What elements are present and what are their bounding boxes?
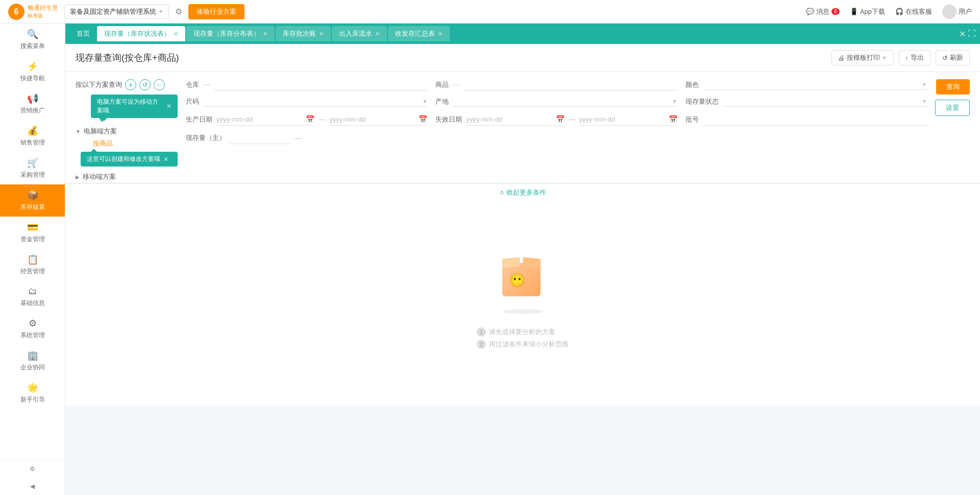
mobile-scheme-header[interactable]: ▶ 移动端方案 [76, 171, 178, 183]
settings-bottom-icon: ⚙ [30, 465, 35, 473]
main-area: 🔍 搜索菜单 ⚡ 快捷导航 📢 营销推广 💰 销售管理 🛒 采购管理 📦 [0, 23, 980, 495]
print-btn[interactable]: 🖨 按模板打印 ▼ [831, 50, 894, 65]
filter-add-btn[interactable]: + [125, 79, 136, 90]
sidebar-item-enterprise[interactable]: 🏢 企业协同 [0, 345, 65, 377]
sidebar-item-finance[interactable]: 💳 资金管理 [0, 217, 65, 249]
sidebar-item-system[interactable]: ⚙ 系统管理 [0, 313, 65, 345]
size-select[interactable]: ▼ [203, 97, 427, 107]
page-title: 现存量查询(按仓库+商品) [76, 52, 179, 64]
empty-step-2: 2 用过滤条件来缩小分析范围 [477, 340, 569, 349]
desktop-scheme: ▼ 电脑端方案 按商品 [76, 125, 178, 150]
sidebar-settings-btn[interactable]: ⚙ [0, 460, 65, 478]
filter-header: 按以下方案查询 + ↺ ← [76, 79, 178, 90]
tab-close-all-btn[interactable]: ✕ [959, 29, 966, 39]
tab-home[interactable]: 首页 [69, 26, 97, 41]
goods-input-area[interactable] [464, 79, 677, 90]
tab-stock-status-close[interactable]: ✕ [174, 31, 178, 37]
expire-date-label: 失效日期 [435, 115, 462, 124]
filter-row-3: 生产日期 yyyy-mm-dd 📅 — yyyy-mm-dd 📅 [186, 113, 927, 126]
tab-in-out-flow[interactable]: 出入库流水 ✕ [332, 26, 387, 41]
tab-in-out-flow-close[interactable]: ✕ [375, 31, 380, 37]
chevron-down-icon: ▼ [158, 9, 163, 14]
color-label: 颜色 [685, 80, 699, 89]
app-download-item[interactable]: 📱 App下载 [850, 7, 885, 16]
page-content: 现存量查询(按仓库+商品) 🖨 按模板打印 ▼ ↑ 导出 ↺ [65, 44, 980, 495]
size-label: 尺码 [186, 97, 199, 106]
tab-fullscreen-btn[interactable]: ⛶ [968, 29, 976, 39]
sales-icon: 💰 [27, 125, 38, 136]
sidebar-item-inventory[interactable]: 📦 库存核算 [0, 184, 65, 217]
popover2-close[interactable]: ✕ [163, 156, 168, 163]
filter-prod-date: 生产日期 yyyy-mm-dd 📅 — yyyy-mm-dd 📅 [186, 113, 427, 126]
tab-receive-summary[interactable]: 收发存汇总表 ✕ [388, 26, 450, 41]
online-service-item[interactable]: 🎧 在线客服 [895, 7, 932, 16]
export-btn[interactable]: ↑ 导出 [899, 50, 931, 65]
sidebar-item-quick-nav[interactable]: ⚡ 快捷导航 [0, 56, 65, 88]
step-1-num: 1 [477, 327, 486, 337]
expire-date-calendar-icon[interactable]: 📅 [556, 115, 565, 123]
search-actions: 查询 设置 [935, 79, 970, 183]
search-button[interactable]: 查询 [936, 79, 970, 95]
settings-icon[interactable]: ⚙ [175, 7, 182, 16]
export-icon: ↑ [905, 54, 909, 62]
tab-stock-dist-close[interactable]: ✕ [263, 31, 267, 37]
popover2: 这里可以创建和修改方案哦 ✕ [81, 152, 178, 167]
sidebar-item-marketing[interactable]: 📢 营销推广 [0, 88, 65, 120]
filter-refresh-btn[interactable]: ↺ [139, 79, 151, 90]
sidebar-item-purchase[interactable]: 🛒 采购管理 [0, 152, 65, 184]
collapse-bar[interactable]: ∧ 收起更多条件 [65, 183, 980, 201]
filter-fields: 仓库 ··· 商品 ··· 颜色 [186, 79, 927, 183]
sidebar-item-guide[interactable]: 🌟 新手引导 [0, 377, 65, 409]
tab-receive-summary-close[interactable]: ✕ [438, 31, 443, 37]
refresh-btn[interactable]: ↺ 刷新 [936, 50, 970, 65]
tab-stock-dist[interactable]: 现存量（库存分布表） ✕ [186, 26, 275, 41]
prod-date-end[interactable]: yyyy-mm-dd 📅 [329, 113, 427, 126]
box-flap-right [522, 257, 541, 268]
tab-stock-status[interactable]: 现存量（库存状况表） ✕ [97, 26, 185, 41]
app-icon: 📱 [850, 8, 858, 15]
message-badge: 6 [831, 8, 840, 15]
scheme-item-goods[interactable]: 按商品 [85, 137, 178, 150]
popover1-arrow [99, 118, 105, 122]
system-name-select[interactable]: 装备及固定资产辅助管理系统 ▼ [64, 5, 169, 19]
warehouse-input-area[interactable] [214, 79, 427, 90]
popover1-close[interactable]: ✕ [166, 103, 172, 110]
step-2-num: 2 [477, 340, 486, 349]
filter-back-btn[interactable]: ← [154, 79, 165, 90]
warehouse-dots[interactable]: ··· [203, 80, 210, 89]
prod-date-calendar-icon[interactable]: 📅 [306, 115, 314, 123]
expire-date-start[interactable]: yyyy-mm-dd 📅 [466, 113, 564, 126]
origin-chevron-icon: ▼ [672, 99, 677, 104]
user-item[interactable]: 用户 [942, 5, 972, 19]
reset-button[interactable]: 设置 [935, 100, 970, 116]
print-icon: 🖨 [838, 54, 845, 62]
stock-status-select[interactable]: ▼ [723, 97, 927, 107]
tab-batch-account[interactable]: 库存批次账 ✕ [276, 26, 331, 41]
stock-qty-start[interactable] [230, 132, 291, 144]
filter-warehouse: 仓库 ··· [186, 79, 427, 90]
trial-button[interactable]: 体验行业方案 [188, 4, 244, 19]
desktop-scheme-header[interactable]: ▼ 电脑端方案 [76, 125, 178, 137]
search-icon: 🔍 [27, 29, 38, 40]
page-actions: 🖨 按模板打印 ▼ ↑ 导出 ↺ 刷新 [831, 50, 970, 65]
sidebar-item-base-info[interactable]: 🗂 基础信息 [0, 281, 65, 313]
sidebar-item-sales[interactable]: 💰 销售管理 [0, 120, 65, 152]
sidebar-item-operations[interactable]: 📋 经营管理 [0, 249, 65, 281]
sidebar-item-search[interactable]: 🔍 搜索菜单 [0, 23, 65, 56]
page-header: 现存量查询(按仓库+商品) 🖨 按模板打印 ▼ ↑ 导出 ↺ [65, 44, 980, 72]
message-item[interactable]: 💬 消息 6 [806, 7, 840, 16]
prod-date-end-calendar-icon[interactable]: 📅 [419, 115, 427, 123]
expire-date-end[interactable]: yyyy-mm-dd 📅 [579, 113, 677, 126]
tab-batch-account-close[interactable]: ✕ [319, 31, 324, 37]
scheme-panel: 按以下方案查询 + ↺ ← 电脑方案可设为移动方案哦 ✕ [76, 79, 178, 183]
prod-date-start[interactable]: yyyy-mm-dd 📅 [216, 113, 314, 126]
size-chevron-icon: ▼ [422, 99, 427, 104]
color-select[interactable]: ▼ [703, 80, 927, 90]
batch-input[interactable] [703, 113, 927, 126]
expire-date-end-calendar-icon[interactable]: 📅 [669, 115, 677, 123]
origin-select[interactable]: ▼ [453, 97, 677, 107]
filter-section: 按以下方案查询 + ↺ ← 电脑方案可设为移动方案哦 ✕ [65, 72, 980, 183]
goods-dots[interactable]: ··· [453, 80, 459, 89]
sidebar-collapse-btn[interactable]: ◀ [0, 478, 65, 495]
marketing-icon: 📢 [27, 93, 38, 104]
